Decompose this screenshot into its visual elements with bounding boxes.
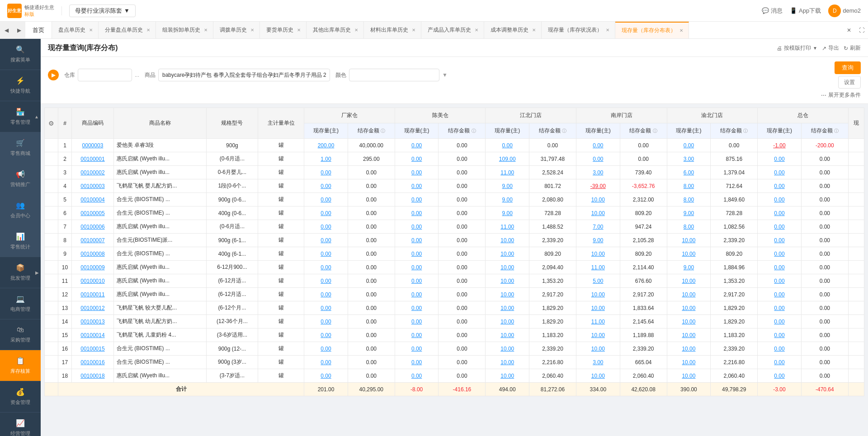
- row-tot-qty: 0.00: [758, 301, 802, 315]
- tab-item-8[interactable]: 产成品入库单历史 ✕: [421, 22, 484, 39]
- row-checkbox: [45, 342, 58, 356]
- tab-item-6[interactable]: 其他出库单历史 ✕: [307, 22, 364, 39]
- row-code: 00100010: [72, 274, 114, 288]
- refresh-button[interactable]: ↻ 刷新: [844, 44, 861, 52]
- row-fac-qty: 200.00: [304, 139, 348, 152]
- row-current: [848, 247, 864, 261]
- sidebar-item-retail-stat[interactable]: 📊 零售统计: [0, 226, 41, 257]
- row-yb-qty: 10.00: [667, 247, 711, 261]
- warehouse-picker-button[interactable]: ...: [135, 72, 139, 78]
- tab-close-5[interactable]: ✕: [297, 28, 301, 33]
- sidebar-item-retail[interactable]: 🏪 零售管理 ▲: [0, 101, 41, 132]
- tab-item-11[interactable]: 现存量（库存分布表） ✕: [615, 22, 689, 39]
- row-checkbox: [45, 261, 58, 274]
- chart-icon: 📊: [16, 232, 25, 241]
- row-code: 00100018: [72, 369, 114, 383]
- row-chen-qty: 0.00: [395, 315, 439, 328]
- row-yb-amt: 728.28: [711, 206, 758, 220]
- row-jb-amt: 1,488.52: [529, 220, 576, 234]
- row-index: 1: [58, 139, 72, 152]
- row-nan-qty: 9.00: [576, 234, 620, 247]
- tab-close-3[interactable]: ✕: [204, 28, 208, 33]
- tab-expand-button[interactable]: ⛶: [855, 22, 868, 39]
- app-download-button[interactable]: 📱 App下载: [790, 7, 821, 15]
- row-fac-qty: 0.00: [304, 328, 348, 342]
- row-yb-qty: 10.00: [667, 288, 711, 301]
- search-button[interactable]: 查询: [835, 61, 861, 74]
- row-tot-qty: 0.00: [758, 274, 802, 288]
- page-actions: 🖨 按模版打印 ▼ ↗ 导出 ↻ 刷新: [777, 44, 861, 52]
- tab-close-8[interactable]: ✕: [475, 28, 478, 33]
- row-name: 惠氏启赋 (Wyeth illu...: [113, 274, 206, 288]
- table-area[interactable]: ⚙ # 商品编码 商品名称 规格型号 主计量单位 厂家仓 陈美仓 江北门店 南岸…: [41, 104, 868, 436]
- tab-close-4[interactable]: ✕: [250, 28, 254, 33]
- row-index: 8: [58, 234, 72, 247]
- product-input[interactable]: [158, 69, 330, 81]
- row-fac-qty: 0.00: [304, 247, 348, 261]
- tab-prev-button[interactable]: ◀: [0, 22, 13, 39]
- row-nan-qty: 0.00: [576, 152, 620, 166]
- sidebar-item-search[interactable]: 🔍 搜索英单: [0, 39, 41, 70]
- refresh-icon: ↻: [844, 45, 848, 52]
- tab-item-4[interactable]: 调拨单历史 ✕: [213, 22, 260, 39]
- tab-item-10[interactable]: 现存量（库存状况表） ✕: [542, 22, 615, 39]
- sidebar-item-inventory[interactable]: 📋 库存核算: [0, 350, 41, 381]
- tab-item-1[interactable]: 盘点单历史 ✕: [52, 22, 99, 39]
- tab-item-7[interactable]: 材料出库单历史 ✕: [364, 22, 421, 39]
- row-chen-qty: 0.00: [395, 356, 439, 369]
- row-chen-amt: 0.00: [439, 274, 486, 288]
- industry-selector[interactable]: 母婴行业演示陈套 ▼: [69, 5, 136, 17]
- tab-item-9[interactable]: 成本调整单历史 ✕: [484, 22, 542, 39]
- tab-close-7[interactable]: ✕: [412, 28, 415, 33]
- color-dropdown-icon[interactable]: ▼: [442, 72, 448, 78]
- tab-next-button[interactable]: ▶: [13, 22, 25, 39]
- expand-filter-arrow[interactable]: ▶: [48, 70, 59, 80]
- row-fac-qty: 0.00: [304, 234, 348, 247]
- tab-close-6[interactable]: ✕: [354, 28, 358, 33]
- sidebar-item-wholesale[interactable]: 📦 批发管理 ▶: [0, 257, 41, 288]
- tab-close-1[interactable]: ✕: [89, 28, 93, 33]
- total-nan-amt: 42,620.08: [620, 383, 667, 396]
- sidebar-item-finance[interactable]: 💰 资金管理: [0, 381, 41, 413]
- row-fac-qty: 0.00: [304, 369, 348, 383]
- column-settings-icon[interactable]: ⚙: [48, 120, 54, 127]
- export-button[interactable]: ↗ 导出: [822, 44, 839, 52]
- row-yb-amt: 1,849.60: [711, 193, 758, 206]
- sidebar-item-operations[interactable]: 📈 经营管理: [0, 413, 41, 436]
- tab-close-2[interactable]: ✕: [146, 28, 150, 33]
- color-input[interactable]: [349, 69, 439, 81]
- tab-close-all-button[interactable]: ✕: [843, 22, 855, 39]
- sidebar-item-retail-mall[interactable]: 🛒 零售商城: [0, 132, 41, 164]
- row-code: 00100013: [72, 315, 114, 328]
- sidebar-item-ecommerce[interactable]: 💻 电商管理: [0, 288, 41, 319]
- settings-button[interactable]: 设置: [838, 76, 861, 89]
- row-unit: 罐: [258, 342, 304, 356]
- message-button[interactable]: 💬 消息: [762, 7, 783, 15]
- tab-item-3[interactable]: 组装拆卸单历史 ✕: [156, 22, 213, 39]
- user-area[interactable]: D demo2: [828, 5, 861, 17]
- row-jb-qty: 10.00: [486, 234, 529, 247]
- sidebar-item-purchase[interactable]: 🛍 采购管理: [0, 319, 41, 350]
- expand-more-button[interactable]: ⋯ 展开更多条件: [821, 91, 861, 99]
- logo-area: 好生意 畅捷通好生意 标版: [7, 4, 54, 18]
- tab-item-2[interactable]: 分量盘点单历史 ✕: [99, 22, 156, 39]
- print-button[interactable]: 🖨 按模版打印 ▼: [777, 44, 817, 52]
- sidebar-item-marketing[interactable]: 📢 营销推广: [0, 164, 41, 195]
- tab-close-9[interactable]: ✕: [532, 28, 536, 33]
- tab-close-11[interactable]: ✕: [679, 28, 683, 33]
- page-title: 现存量查询(库存分布): [48, 43, 118, 53]
- tab-home[interactable]: 首页: [25, 22, 52, 39]
- row-current: [848, 274, 864, 288]
- sidebar-item-shortcuts[interactable]: ⚡ 快捷导航: [0, 70, 41, 101]
- sidebar-item-member[interactable]: 👥 会员中心: [0, 195, 41, 226]
- warehouse-input[interactable]: [78, 69, 132, 81]
- tab-item-5[interactable]: 要货单历史 ✕: [260, 22, 307, 39]
- row-name: 飞鹤星飞帆 幼儿配方奶...: [113, 315, 206, 328]
- row-jb-amt: 2,080.80: [529, 193, 576, 206]
- row-fac-amt: 0.00: [348, 356, 395, 369]
- tab-close-10[interactable]: ✕: [606, 28, 609, 33]
- row-index: 16: [58, 342, 72, 356]
- data-table: ⚙ # 商品编码 商品名称 规格型号 主计量单位 厂家仓 陈美仓 江北门店 南岸…: [44, 108, 864, 396]
- row-code: 00100009: [72, 261, 114, 274]
- row-nan-qty: 10.00: [576, 247, 620, 261]
